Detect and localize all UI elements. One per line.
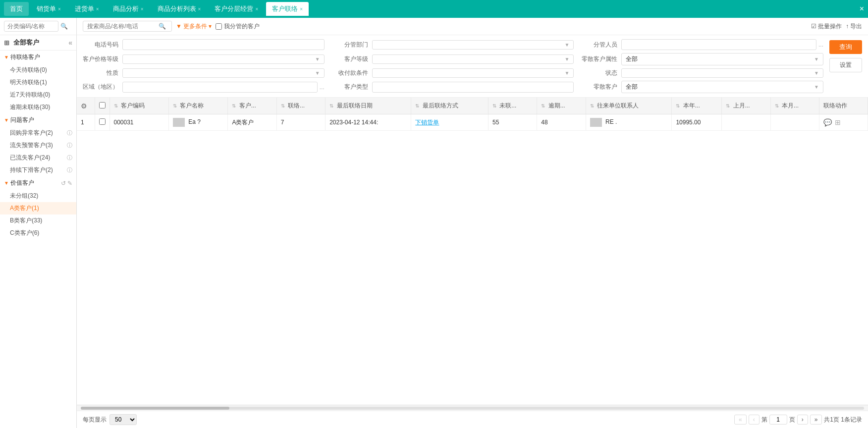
last-page-button[interactable]: » xyxy=(810,415,822,425)
col-resizer-not-contacted[interactable] xyxy=(535,98,537,114)
customer-type-input[interactable] xyxy=(372,82,574,93)
sidebar-item-churned[interactable]: 已流失客户(24) ⓘ xyxy=(0,152,76,164)
tab-customer-contact-close[interactable]: × xyxy=(300,6,303,12)
col-resizer-overdue[interactable] xyxy=(584,98,586,114)
status-select[interactable]: ▼ xyxy=(621,68,823,78)
sidebar-item-overdue-contact[interactable]: 逾期未联络(30) xyxy=(0,101,76,113)
col-resizer-type[interactable] xyxy=(274,98,276,114)
page-size-select[interactable]: 50 10 20 100 xyxy=(109,414,137,425)
retail-attr-select[interactable]: 全部 ▼ xyxy=(621,53,823,65)
chat-action-icon[interactable]: 💬 xyxy=(823,118,832,126)
export-button[interactable]: ↑ 导出 xyxy=(846,22,862,31)
export-label: 导出 xyxy=(850,22,862,31)
region-input[interactable] xyxy=(122,82,318,93)
sidebar-item-ungroup[interactable]: 未分组(32) xyxy=(0,190,76,202)
payment-select[interactable]: ▼ xyxy=(372,68,574,78)
prev-page-button[interactable]: ‹ xyxy=(749,415,760,425)
tab-purchase-close[interactable]: × xyxy=(96,6,99,12)
scrollbar-thumb[interactable] xyxy=(81,407,229,410)
col-resizer-this-year[interactable] xyxy=(719,98,721,114)
sidebar-item-a-class[interactable]: A类客户(1) xyxy=(0,202,76,214)
sidebar-item-churn-warning[interactable]: 流失预警客户(3) ⓘ xyxy=(0,139,76,152)
col-resizer-last-month[interactable] xyxy=(768,98,770,114)
person-input[interactable] xyxy=(621,39,816,50)
tab-product-analysis-list-close[interactable]: × xyxy=(198,6,201,12)
sidebar-collapse-icon[interactable]: « xyxy=(68,39,72,47)
edit-icon[interactable]: ✎ xyxy=(67,180,72,187)
sidebar-section-value[interactable]: ▼ 价值客户 ↺ ✎ xyxy=(0,176,76,190)
col-code-header: ⇅ 客户编码 xyxy=(109,98,168,114)
sidebar-item-c-class[interactable]: C类客户(6) xyxy=(0,227,76,239)
tab-sales-label: 销货单 xyxy=(37,4,56,13)
col-overdue-header: ⇅ 逾期... xyxy=(537,98,586,114)
checkbox-icon: ☑ xyxy=(811,23,816,30)
sidebar-item-repurchase-abnormal[interactable]: 回购异常客户(2) ⓘ xyxy=(0,127,76,139)
my-customers-check[interactable] xyxy=(216,23,222,30)
col-resizer-name[interactable] xyxy=(225,98,227,114)
cell-name: Ea ? xyxy=(168,114,227,131)
problem-arrow-icon: ▼ xyxy=(4,117,9,123)
tab-product-analysis[interactable]: 商品分析 × xyxy=(107,2,150,16)
tab-product-analysis-list[interactable]: 商品分析列表 × xyxy=(152,2,207,16)
col-resizer-contact[interactable] xyxy=(323,98,325,114)
my-customers-checkbox[interactable]: 我分管的客户 xyxy=(216,22,260,31)
nature-arrow-icon: ▼ xyxy=(315,70,320,76)
tab-product-analysis-close[interactable]: × xyxy=(141,6,144,12)
retail-customer-select[interactable]: 全部 ▼ xyxy=(621,81,823,93)
pagination-right: « ‹ 第 页 › » 共1页 1条记录 xyxy=(734,415,862,425)
nature-select[interactable]: ▼ xyxy=(122,68,325,78)
next-page-button[interactable]: › xyxy=(797,415,808,425)
settings-gear-icon[interactable]: ⚙ xyxy=(81,102,87,110)
sidebar-section-pending[interactable]: ▼ 待联络客户 xyxy=(0,51,76,64)
col-resizer-this-month[interactable] xyxy=(817,98,819,114)
close-all-tabs[interactable]: × xyxy=(860,4,864,13)
col-resizer-code[interactable] xyxy=(166,98,168,114)
tab-customer-contact[interactable]: 客户联络 × xyxy=(266,2,309,16)
page-input[interactable] xyxy=(769,415,787,425)
first-page-button[interactable]: « xyxy=(734,415,747,425)
settings-button[interactable]: 设置 xyxy=(829,58,862,72)
content-area: 🔍 ▼ 更多条件 ▾ 我分管的客户 ☑ 批量操作 ↑ 导出 xyxy=(77,18,868,428)
filter-search-input[interactable] xyxy=(87,23,157,30)
row-checkbox[interactable] xyxy=(99,118,106,125)
customer-grade-select[interactable]: ▼ xyxy=(372,54,574,64)
region-dots-icon[interactable]: ... xyxy=(320,84,325,91)
col-last-method-header: ⇅ 最后联络方式 xyxy=(411,98,488,114)
sidebar-item-b-class[interactable]: B类客户(33) xyxy=(0,214,76,227)
info-icon-repurchase: ⓘ xyxy=(67,129,72,137)
sidebar-item-7day-contact[interactable]: 近7天待联络(0) xyxy=(0,89,76,101)
tab-customer-segment-close[interactable]: × xyxy=(255,6,258,12)
sidebar-all-customers-header[interactable]: ⊞ 全部客户 « xyxy=(0,35,76,51)
person-dots-icon[interactable]: ... xyxy=(818,41,823,48)
sidebar-item-declining[interactable]: 持续下滑客户(2) ⓘ xyxy=(0,164,76,176)
tab-sales[interactable]: 销货单 × xyxy=(31,2,67,16)
last-method-link[interactable]: 下销货单 xyxy=(415,119,439,126)
grid-action-icon[interactable]: ⊞ xyxy=(835,118,841,126)
col-resizer-last-method[interactable] xyxy=(486,98,488,114)
tab-customer-segment-label: 客户分层经营 xyxy=(215,4,253,13)
select-all-checkbox[interactable] xyxy=(99,102,106,108)
table-body: 1 000031 Ea ? A类客户 xyxy=(77,114,868,131)
sidebar-section-problem[interactable]: ▼ 问题客户 xyxy=(0,113,76,127)
tab-customer-segment[interactable]: 客户分层经营 × xyxy=(209,2,264,16)
export-icon: ↑ xyxy=(846,23,849,30)
filter-search-icon[interactable]: 🔍 xyxy=(159,23,166,30)
phone-input[interactable] xyxy=(122,39,325,50)
refresh-icon[interactable]: ↺ xyxy=(61,180,66,187)
sort-icon-name: ⇅ xyxy=(173,103,177,108)
dept-select[interactable]: ▼ xyxy=(372,40,574,50)
sidebar-search-icon[interactable]: 🔍 xyxy=(60,23,68,30)
batch-operations-button[interactable]: ☑ 批量操作 xyxy=(811,22,842,31)
col-resizer-visit-contact[interactable] xyxy=(669,98,671,114)
tab-home[interactable]: 首页 xyxy=(4,2,29,16)
col-resizer-last-date[interactable] xyxy=(409,98,411,114)
price-grade-select[interactable]: ▼ xyxy=(122,54,325,64)
more-filters-button[interactable]: ▼ 更多条件 ▾ xyxy=(176,22,212,31)
sidebar-item-tomorrow-contact[interactable]: 明天待联络(1) xyxy=(0,76,76,89)
query-button[interactable]: 查询 xyxy=(829,40,862,54)
scrollbar-track xyxy=(81,407,864,410)
sidebar-search-input[interactable] xyxy=(4,21,58,32)
tab-sales-close[interactable]: × xyxy=(58,6,61,12)
sidebar-item-today-contact[interactable]: 今天待联络(0) xyxy=(0,64,76,76)
tab-purchase[interactable]: 进货单 × xyxy=(69,2,105,16)
